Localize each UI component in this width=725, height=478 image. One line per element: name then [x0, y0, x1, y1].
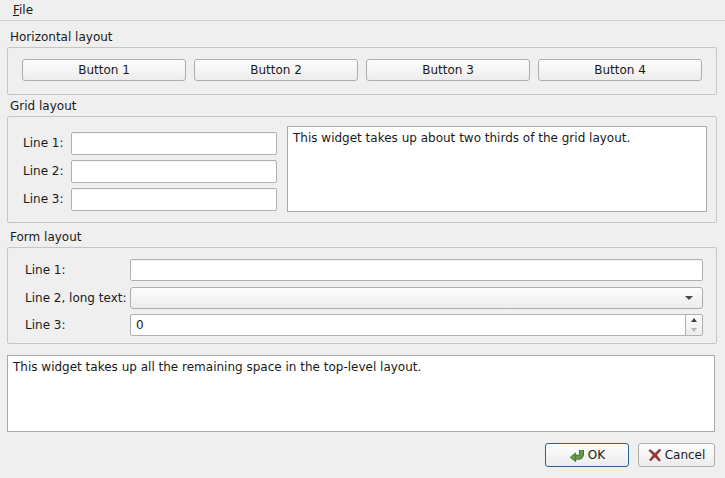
arrow-up-icon — [691, 318, 697, 322]
form-group-frame: Line 1: Line 2, long text: Line 3: 0 — [7, 247, 717, 344]
grid-textedit[interactable]: This widget takes up about two thirds of… — [287, 126, 707, 212]
spinbox-up-button[interactable] — [686, 315, 702, 325]
grid-group-title: Grid layout — [10, 99, 76, 113]
basic-layouts-window: File Horizontal layout Button 1 Button 2… — [0, 0, 725, 478]
button-1[interactable]: Button 1 — [22, 59, 186, 81]
grid-line3-input[interactable] — [71, 188, 277, 211]
form-group-title: Form layout — [10, 230, 81, 244]
menubar: File — [0, 0, 725, 21]
horizontal-group-frame: Button 1 Button 2 Button 3 Button 4 — [7, 47, 717, 95]
grid-line1-label: Line 1: — [23, 132, 64, 154]
grid-line2-input[interactable] — [71, 160, 277, 183]
cancel-button[interactable]: Cancel — [638, 443, 715, 467]
green-return-arrow-icon — [569, 447, 585, 463]
button-2[interactable]: Button 2 — [194, 59, 358, 81]
grid-line1-input[interactable] — [71, 132, 277, 155]
form-line2-label: Line 2, long text: — [25, 287, 127, 309]
bottom-textedit[interactable]: This widget takes up all the remaining s… — [7, 355, 715, 432]
button-3[interactable]: Button 3 — [366, 59, 530, 81]
form-line1-label: Line 1: — [25, 259, 66, 281]
button-4[interactable]: Button 4 — [538, 59, 702, 81]
form-line3-label: Line 3: — [25, 314, 66, 336]
spinbox-value: 0 — [136, 315, 144, 335]
form-line1-input[interactable] — [130, 259, 703, 281]
ok-button-label: OK — [588, 448, 605, 462]
cancel-button-label: Cancel — [665, 448, 706, 462]
ok-button[interactable]: OK — [545, 443, 629, 467]
form-line2-combobox[interactable] — [130, 287, 703, 309]
spinbox-buttons — [685, 315, 702, 335]
form-line3-spinbox[interactable]: 0 — [130, 314, 703, 336]
red-cross-icon — [648, 448, 662, 462]
spinbox-down-button[interactable] — [686, 325, 702, 335]
menu-file[interactable]: File — [6, 1, 40, 19]
menu-file-label-rest: ile — [19, 3, 33, 17]
grid-line2-label: Line 2: — [23, 160, 64, 182]
horizontal-group-title: Horizontal layout — [10, 30, 113, 44]
chevron-down-icon — [685, 296, 693, 300]
grid-line3-label: Line 3: — [23, 188, 64, 210]
grid-group-frame: Line 1: Line 2: Line 3: This widget take… — [7, 116, 717, 223]
arrow-down-icon — [691, 328, 697, 332]
